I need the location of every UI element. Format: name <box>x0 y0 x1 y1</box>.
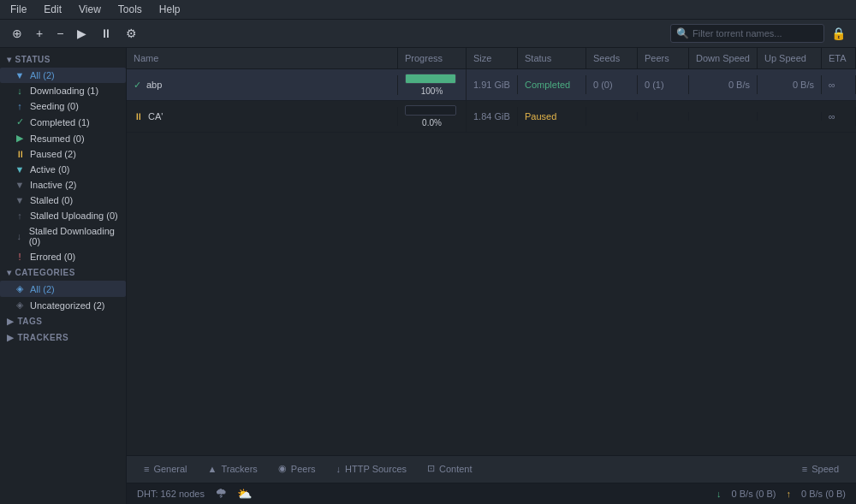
trackers-icon: ▲ <box>208 464 217 474</box>
tab-http-sources-label: HTTP Sources <box>345 464 407 474</box>
up-speed-status: 0 B/s (0 B) <box>801 489 846 499</box>
sidebar-item-downloading[interactable]: ↓ Downloading (1) <box>0 83 126 98</box>
up-arrow-icon: ↑ <box>787 489 792 499</box>
remove-button[interactable]: − <box>51 23 68 44</box>
th-status[interactable]: Status <box>518 48 586 68</box>
resume-button[interactable]: ▶ <box>72 23 92 44</box>
uncategorized-icon: ◈ <box>14 299 26 311</box>
progress-bar-container-0 <box>405 74 456 84</box>
sidebar-item-paused[interactable]: ⏸ Paused (2) <box>0 146 126 162</box>
progress-text-1: 0.0% <box>405 118 459 127</box>
torrent-eta-1: ∞ <box>822 107 856 126</box>
sidebar-item-completed-label: Completed (1) <box>30 117 90 127</box>
add-location-button[interactable]: ⊕ <box>7 23 27 44</box>
th-progress[interactable]: Progress <box>398 48 467 68</box>
th-up-speed[interactable]: Up Speed <box>758 48 822 68</box>
peers-icon: ◉ <box>278 463 287 474</box>
sidebar-item-uncategorized[interactable]: ◈ Uncategorized (2) <box>0 297 126 313</box>
tab-trackers[interactable]: ▲ Trackers <box>198 456 268 483</box>
menu-edit[interactable]: Edit <box>40 2 65 17</box>
cloud-icon: ⛅ <box>237 487 252 501</box>
tags-section-label: TAGS <box>18 317 43 326</box>
tab-trackers-label: Trackers <box>221 464 257 474</box>
bottom-tabs: ≡ General ▲ Trackers ◉ Peers ↓ HTTP Sour… <box>127 455 856 483</box>
sidebar-item-stalled-downloading-label: Stalled Downloading (0) <box>29 226 119 246</box>
tab-content[interactable]: ⊡ Content <box>417 456 483 483</box>
sidebar-item-inactive[interactable]: ▼ Inactive (2) <box>0 177 126 193</box>
main-layout: ▾ STATUS ▼ All (2) ↓ Downloading (1) ↑ S… <box>0 48 856 504</box>
th-peers[interactable]: Peers <box>638 48 689 68</box>
categories-section-header[interactable]: ▾ CATEGORIES <box>0 264 126 281</box>
torrent-status-1: Paused <box>518 107 586 126</box>
sidebar-item-completed[interactable]: ✓ Completed (1) <box>0 114 126 130</box>
torrent-status-icon-0: ✓ <box>134 80 141 91</box>
sidebar-item-cat-all-label: All (2) <box>30 284 55 294</box>
torrent-size-1: 1.84 GiB <box>467 107 518 126</box>
table-header: Name Progress Size Status Seeds Peers Do… <box>127 48 856 69</box>
table-row[interactable]: ⏸ CA' 0.0% 1.84 GiB Paused ∞ <box>127 101 856 133</box>
sidebar-item-all[interactable]: ▼ All (2) <box>0 68 126 83</box>
tab-speed-label: Speed <box>811 464 839 474</box>
content-icon: ⊡ <box>427 463 435 474</box>
menu-tools[interactable]: Tools <box>115 2 146 17</box>
menu-view[interactable]: View <box>75 2 104 17</box>
seeding-icon: ↑ <box>14 101 26 111</box>
torrent-seeds-0: 0 (0) <box>586 75 638 94</box>
search-box: 🔍 <box>670 24 824 43</box>
tags-section-arrow: ▶ <box>7 317 15 326</box>
sidebar-item-seeding-label: Seeding (0) <box>30 101 79 111</box>
menu-file[interactable]: File <box>7 2 30 17</box>
th-name[interactable]: Name <box>127 48 398 68</box>
pause-button[interactable]: ⏸ <box>95 23 117 44</box>
sidebar-item-uncategorized-label: Uncategorized (2) <box>30 300 104 311</box>
sidebar-item-cat-all[interactable]: ◈ All (2) <box>0 281 126 297</box>
table-row[interactable]: ✓ abp 100% 1.91 GiB Completed 0 (0) 0 (1… <box>127 69 856 101</box>
tab-http-sources[interactable]: ↓ HTTP Sources <box>326 456 417 483</box>
th-seeds[interactable]: Seeds <box>586 48 638 68</box>
torrent-down-0: 0 B/s <box>689 75 758 94</box>
torrent-up-1 <box>758 112 822 121</box>
add-button[interactable]: + <box>31 23 48 44</box>
sidebar-item-resumed-label: Resumed (0) <box>30 133 85 144</box>
search-icon: 🔍 <box>676 27 689 39</box>
categories-section-label: CATEGORIES <box>15 268 75 277</box>
trackers-section-label: TRACKERS <box>18 333 69 342</box>
tab-content-label: Content <box>439 464 473 474</box>
th-size[interactable]: Size <box>467 48 518 68</box>
search-input[interactable] <box>693 28 812 39</box>
stalled-icon: ▼ <box>14 195 26 205</box>
progress-text-0: 100% <box>405 86 459 96</box>
downloading-icon: ↓ <box>14 86 26 96</box>
th-down-speed[interactable]: Down Speed <box>689 48 758 68</box>
status-bar: DHT: 162 nodes 🌩 ⛅ ↓ 0 B/s (0 B) ↑ 0 B/s… <box>127 483 856 504</box>
sidebar-item-resumed[interactable]: ▶ Resumed (0) <box>0 130 126 146</box>
torrent-status-0: Completed <box>518 75 586 94</box>
tab-speed[interactable]: ≡ Speed <box>792 456 849 483</box>
trackers-section-header[interactable]: ▶ TRACKERS <box>0 329 126 346</box>
tab-general[interactable]: ≡ General <box>134 456 198 483</box>
status-section-header[interactable]: ▾ STATUS <box>0 51 126 68</box>
th-eta[interactable]: ETA <box>822 48 856 68</box>
torrent-up-0: 0 B/s <box>758 75 822 94</box>
sidebar-item-errored-label: Errored (0) <box>30 252 75 262</box>
settings-button[interactable]: ⚙ <box>121 23 142 44</box>
sidebar-item-seeding[interactable]: ↑ Seeding (0) <box>0 98 126 114</box>
sidebar-item-stalled[interactable]: ▼ Stalled (0) <box>0 193 126 208</box>
torrent-status-icon-1: ⏸ <box>134 111 143 122</box>
sidebar-item-active[interactable]: ▼ Active (0) <box>0 162 126 177</box>
speed-icon: ≡ <box>802 464 807 474</box>
sidebar-item-stalled-downloading[interactable]: ↓ Stalled Downloading (0) <box>0 223 126 249</box>
stalled-uploading-icon: ↑ <box>14 210 26 221</box>
tags-section-header[interactable]: ▶ TAGS <box>0 313 126 329</box>
tab-peers[interactable]: ◉ Peers <box>268 456 326 483</box>
tab-general-label: General <box>153 464 187 474</box>
torrent-name-1: ⏸ CA' <box>127 107 398 126</box>
paused-icon: ⏸ <box>14 149 26 159</box>
sidebar-item-errored[interactable]: ! Errored (0) <box>0 249 126 264</box>
general-icon: ≡ <box>144 464 149 474</box>
sidebar-item-stalled-uploading[interactable]: ↑ Stalled Uploading (0) <box>0 208 126 223</box>
menu-help[interactable]: Help <box>156 2 184 17</box>
status-section-arrow: ▾ <box>7 55 12 64</box>
stalled-downloading-icon: ↓ <box>14 231 25 241</box>
down-arrow-icon: ↓ <box>716 489 722 499</box>
